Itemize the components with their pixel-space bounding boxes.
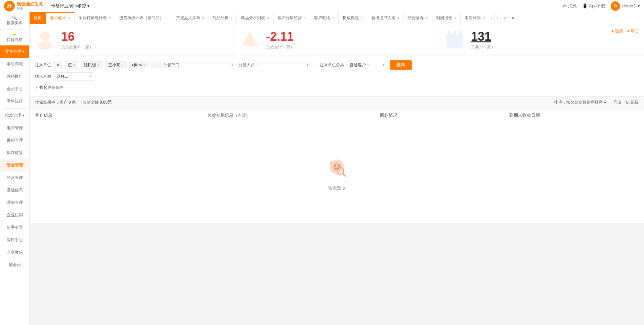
filter-tag-wang[interactable]: 王小亮 × [105, 61, 127, 69]
nav-icon: ⚡ [12, 32, 17, 37]
help-btn[interactable]: ● 帮助 [627, 28, 639, 34]
tab-new-boost-plan[interactable]: 新增提成方案 × [367, 12, 404, 24]
svg-rect-14 [330, 164, 332, 164]
sidebar-item-retail-mgmt[interactable]: 零售管理 ▾ [0, 45, 29, 58]
product-analysis-list-label: 商品分析列表 [241, 15, 265, 21]
filter-tag-x-cj[interactable]: × [144, 63, 146, 67]
close-tab-new-boost[interactable]: × [397, 16, 399, 20]
tab-nav-prev[interactable]: ‹ [489, 12, 495, 24]
corp-collab-label: 企业协同 [7, 213, 23, 217]
tab-stock-stats[interactable]: 进货单统计表（按商品） × [115, 12, 172, 24]
sidebar-item-corp-collab[interactable]: 企业协同 [0, 209, 29, 221]
export-label: 导出 [613, 100, 621, 105]
tab-expand[interactable]: ⤢ [501, 12, 509, 24]
tab-purchase-order-stats[interactable]: 采购订单统计表 × [75, 12, 115, 24]
close-tab-production[interactable]: × [202, 16, 204, 20]
dept-label: 分管部门 [163, 62, 179, 68]
close-tab-customer-accounts[interactable]: × [68, 16, 70, 20]
sidebar-item-app-center[interactable]: 应用中心 [0, 234, 29, 246]
unit-class-value: 普通客户 [350, 62, 366, 68]
boost-settings-label: 提成设置 [343, 15, 359, 21]
sidebar-item-retail-stats[interactable]: 零售统计 [0, 95, 29, 108]
tab-product-analysis-list[interactable]: 商品分析列表 × [237, 12, 273, 24]
search-label: 搜索菜单 [7, 21, 23, 25]
sidebar-divider-1 [3, 108, 27, 109]
filter-tag-x-wu[interactable]: × [73, 63, 75, 67]
close-tab-boost[interactable]: × [361, 16, 363, 20]
tab-customer-tier[interactable]: 客户分层经营 × [273, 12, 310, 24]
search-icon: 🔍 [12, 15, 17, 20]
refresh-btn[interactable]: ↻ 刷新 [626, 100, 638, 105]
tab-retail-profit[interactable]: 零售利润 × [461, 12, 489, 24]
sidebar-item-ops[interactable]: 经营管理 [0, 172, 29, 184]
sidebar-search[interactable]: 🔍 搜索菜单 [0, 12, 29, 30]
sidebar-item-vip[interactable]: 畅会员 [0, 259, 29, 271]
sidebar-item-corp-wechat[interactable]: 企业微信 [0, 246, 29, 259]
tab-customer-contact[interactable]: 客户联络 × [310, 12, 339, 24]
filter-tag-chen[interactable]: 陈民强 × [81, 61, 102, 69]
balance-select[interactable]: 选择... [54, 72, 94, 81]
tab-home[interactable]: 首页 [30, 12, 46, 24]
sidebar-quick-nav[interactable]: ⚡ 快捷导航 [0, 30, 29, 45]
filter-tag-x-chen[interactable]: × [97, 63, 99, 67]
video-btn[interactable]: ● 视频 [611, 28, 623, 34]
close-tab-customer-tier[interactable]: × [304, 16, 306, 20]
filter-tag-label-wu: 伍 [68, 62, 72, 68]
sidebar-item-purchase[interactable]: 采购管理 [0, 134, 29, 147]
close-tab-ops[interactable]: × [426, 16, 428, 20]
dept-select[interactable] [182, 64, 236, 66]
query-button[interactable]: 查询 [390, 60, 412, 70]
collapse-row: ∧ 收起更多条件 [35, 83, 639, 92]
sidebar-item-wholesale[interactable]: 批发管理 ▾ [0, 109, 29, 122]
col-due-date: 到期未收款日期 [509, 112, 639, 118]
profit-report-label: 利润报告 [436, 15, 452, 21]
sort-btn[interactable]: 排序：按欠款金额倒序排序 ▾ [554, 100, 606, 105]
customer-accounts-label: 客户账本 [50, 15, 66, 21]
sidebar-item-capital[interactable]: 资金管理 [0, 159, 29, 172]
filter-tag-x-all[interactable]: × [57, 63, 59, 67]
app-download-btn[interactable]: 📱 App下载 [582, 3, 605, 9]
sidebar-item-sys-mgmt[interactable]: 系统管理 [0, 196, 29, 209]
sidebar-item-ecom[interactable]: 电商管理 [0, 122, 29, 134]
tab-ops-status[interactable]: 经营情况 × [403, 12, 432, 24]
amount-value: 0.00元 [100, 100, 112, 105]
close-tab-product-analysis[interactable]: × [230, 16, 232, 20]
collapse-btn[interactable]: ∧ 收起更多条件 [35, 85, 639, 91]
sidebar-item-basic-info[interactable]: 基础信息 [0, 184, 29, 196]
tab-nav-next[interactable]: › [495, 12, 501, 24]
col-debt-info: 欠款交易信息（占比） [207, 112, 380, 118]
export-btn[interactable]: ↑ 导出 [610, 100, 621, 105]
sidebar-item-retail-mall[interactable]: 零售商城 [0, 58, 29, 70]
sidebar-item-inventory[interactable]: 库存核算 [0, 147, 29, 159]
message-btn[interactable]: ✉ 消息 [563, 3, 577, 9]
filter-tag-x-wang[interactable]: × [122, 63, 124, 67]
filter-tag-more[interactable]: ... [151, 62, 161, 68]
close-tab-profit[interactable]: × [454, 16, 456, 20]
tab-customer-accounts[interactable]: 客户账本 × [46, 12, 75, 24]
filter-tag-cj[interactable]: cjttcw × [129, 62, 149, 68]
user-menu[interactable]: D demo2 ▾ [611, 1, 640, 11]
no-data-text: 暂无数据 [328, 185, 346, 191]
inventory-label: 库存核算 [7, 150, 23, 155]
filter-tag-wu[interactable]: 伍 × [65, 61, 78, 69]
close-tab-stock[interactable]: × [166, 16, 168, 20]
unit-class-select[interactable]: 普通客户 × [347, 61, 387, 69]
sidebar-item-member-center[interactable]: 会员中心 [0, 83, 29, 95]
tab-product-analysis[interactable]: 商品分析 × [208, 12, 237, 24]
close-tab-product-analysis-list[interactable]: × [267, 16, 269, 20]
store-selector[interactable]: 母婴行业演示帐套 ▾ [51, 3, 90, 9]
close-tab-retail-profit[interactable]: × [483, 16, 485, 20]
tab-close-all[interactable]: ✕ [509, 12, 517, 24]
svg-point-0 [40, 31, 50, 41]
sidebar-item-new-guide[interactable]: 新手引导 [0, 221, 29, 234]
unit-class-x[interactable]: × [367, 63, 369, 67]
refresh-icon: ↻ [626, 100, 629, 105]
close-tab-purchase[interactable]: × [109, 16, 111, 20]
tab-production-stock[interactable]: 产成品入库单 × [172, 12, 209, 24]
tab-profit-report[interactable]: 利润报告 × [432, 12, 461, 24]
tab-boost-settings[interactable]: 提成设置 × [339, 12, 367, 24]
filter-tag-all[interactable]: × [54, 62, 62, 68]
person-select[interactable] [257, 64, 311, 66]
close-tab-customer-contact[interactable]: × [332, 16, 334, 20]
sidebar-item-marketing[interactable]: 营销推广 [0, 70, 29, 83]
